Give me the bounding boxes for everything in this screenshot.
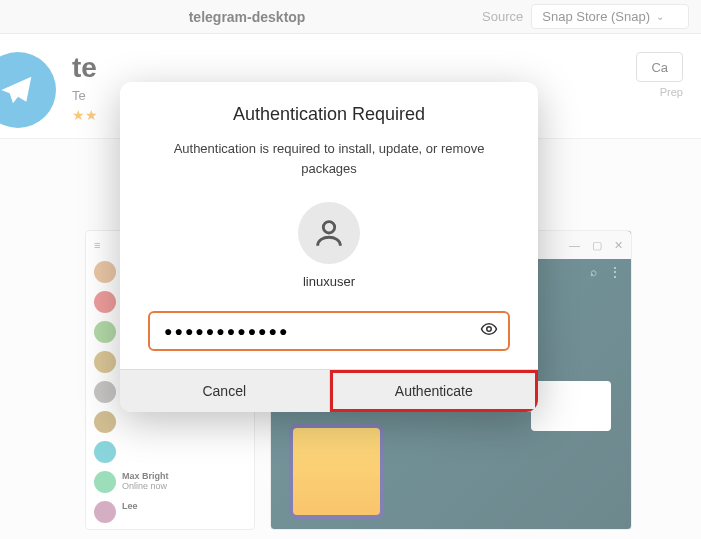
app-name: te xyxy=(72,52,620,84)
source-value: Snap Store (Snap) xyxy=(542,9,650,24)
list-item: Max BrightOnline now xyxy=(94,467,246,497)
dialog-title: Authentication Required xyxy=(148,104,510,125)
chat-text xyxy=(122,442,125,462)
install-status: Prep xyxy=(636,86,683,98)
page-title: telegram-desktop xyxy=(12,9,482,25)
svg-point-1 xyxy=(487,327,492,332)
user-icon xyxy=(312,216,346,250)
authenticate-button[interactable]: Authenticate xyxy=(330,370,539,412)
auth-dialog: Authentication Required Authentication i… xyxy=(120,82,538,412)
sticker-image xyxy=(289,424,384,519)
avatar xyxy=(94,441,116,463)
close-icon: ✕ xyxy=(614,239,623,252)
avatar xyxy=(94,321,116,343)
chat-text xyxy=(122,412,125,432)
message-card xyxy=(531,381,611,431)
maximize-icon: ▢ xyxy=(592,239,602,252)
search-icon: ⌕ xyxy=(590,265,597,279)
list-item xyxy=(94,437,246,467)
user-avatar xyxy=(298,202,360,264)
svg-point-0 xyxy=(323,222,334,233)
header-bar: telegram-desktop Source Snap Store (Snap… xyxy=(0,0,701,34)
dialog-message: Authentication is required to install, u… xyxy=(148,139,510,178)
list-item: Lee xyxy=(94,497,246,527)
password-input[interactable] xyxy=(148,311,510,351)
avatar xyxy=(94,381,116,403)
visibility-toggle-icon[interactable] xyxy=(480,320,498,342)
more-icon: ⋮ xyxy=(609,265,621,279)
username-label: linuxuser xyxy=(148,274,510,289)
chevron-down-icon: ⌄ xyxy=(656,11,664,22)
app-icon xyxy=(0,52,56,128)
avatar xyxy=(94,291,116,313)
avatar xyxy=(94,351,116,373)
install-button[interactable]: Ca xyxy=(636,52,683,82)
install-area: Ca Prep xyxy=(636,52,683,98)
source-dropdown[interactable]: Snap Store (Snap) ⌄ xyxy=(531,4,689,29)
source-label: Source xyxy=(482,9,523,24)
cancel-button[interactable]: Cancel xyxy=(120,370,330,412)
minimize-icon: — xyxy=(569,239,580,251)
dialog-actions: Cancel Authenticate xyxy=(120,369,538,412)
chat-text: Lee xyxy=(122,502,138,522)
avatar xyxy=(94,471,116,493)
avatar xyxy=(94,411,116,433)
avatar xyxy=(94,261,116,283)
telegram-icon xyxy=(0,70,38,110)
avatar xyxy=(94,501,116,523)
eye-icon xyxy=(480,320,498,338)
chat-text: Max BrightOnline now xyxy=(122,472,169,492)
menu-icon: ≡ xyxy=(94,239,100,251)
